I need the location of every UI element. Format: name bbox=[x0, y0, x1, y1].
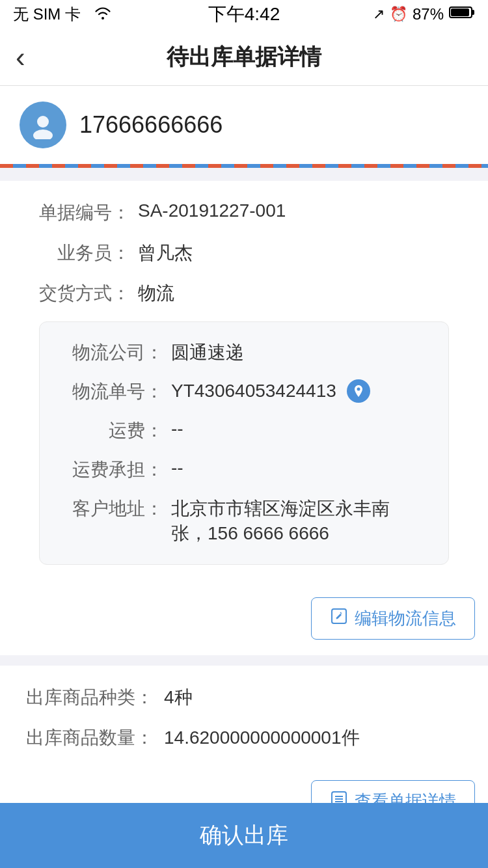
battery-icon bbox=[449, 5, 475, 23]
status-time: 下午4:42 bbox=[208, 2, 280, 27]
edit-logistics-button[interactable]: 编辑物流信息 bbox=[311, 597, 475, 640]
freight-bear-label: 运费承担： bbox=[59, 457, 163, 482]
freight-label: 运费： bbox=[59, 418, 163, 443]
svg-point-5 bbox=[357, 388, 360, 391]
confirm-bar[interactable]: 确认出库 bbox=[0, 803, 488, 868]
carrier-wifi: 无 SIM 卡 bbox=[13, 4, 112, 25]
goods-types-value: 4种 bbox=[164, 685, 193, 710]
delivery-row: 交货方式： 物流 bbox=[26, 281, 462, 306]
svg-point-4 bbox=[33, 129, 53, 139]
edit-logistics-section: 编辑物流信息 bbox=[0, 584, 488, 655]
wifi-icon bbox=[94, 5, 112, 23]
freight-bear-value: -- bbox=[171, 457, 429, 478]
location-icon: ↗ bbox=[373, 6, 385, 23]
goods-types-row: 出库商品种类： 4种 bbox=[26, 685, 462, 710]
map-location-icon[interactable] bbox=[347, 379, 370, 403]
svg-rect-2 bbox=[451, 8, 469, 16]
goods-section: 出库商品种类： 4种 出库商品数量： 14.620000000000001件 bbox=[0, 666, 488, 770]
order-no-row: 单据编号： SA-20191227-001 bbox=[26, 200, 462, 225]
goods-quantity-value: 14.620000000000001件 bbox=[164, 726, 360, 750]
salesman-value: 曾凡杰 bbox=[138, 241, 462, 265]
salesman-row: 业务员： 曾凡杰 bbox=[26, 241, 462, 265]
alarm-icon: ⏰ bbox=[390, 6, 407, 23]
section-divider-1 bbox=[0, 655, 488, 666]
freight-row: 运费： -- bbox=[59, 418, 429, 443]
logistics-tracking-value: YT43064053424413 bbox=[171, 379, 429, 403]
delivery-value: 物流 bbox=[138, 281, 462, 306]
battery-text: 87% bbox=[413, 5, 444, 23]
carrier-text: 无 SIM 卡 bbox=[13, 5, 81, 23]
delivery-label: 交货方式： bbox=[26, 281, 130, 306]
salesman-label: 业务员： bbox=[26, 241, 130, 265]
edit-logistics-label: 编辑物流信息 bbox=[355, 607, 456, 630]
edit-icon bbox=[330, 607, 348, 630]
svg-point-3 bbox=[37, 116, 49, 128]
svg-rect-1 bbox=[472, 10, 474, 15]
goods-quantity-label: 出库商品数量： bbox=[26, 726, 156, 750]
contact-section: 17666666666 bbox=[0, 86, 488, 164]
contact-phone: 17666666666 bbox=[79, 111, 223, 139]
confirm-button-label: 确认出库 bbox=[200, 821, 288, 850]
order-no-label: 单据编号： bbox=[26, 200, 130, 225]
dashed-divider bbox=[0, 164, 488, 168]
goods-quantity-row: 出库商品数量： 14.620000000000001件 bbox=[26, 726, 462, 750]
logistics-card: 物流公司： 圆通速递 物流单号： YT43064053424413 运费： bbox=[39, 321, 449, 565]
order-info-section: 单据编号： SA-20191227-001 业务员： 曾凡杰 交货方式： 物流 … bbox=[0, 181, 488, 584]
status-bar: 无 SIM 卡 下午4:42 ↗ ⏰ 87% bbox=[0, 0, 488, 29]
order-no-value: SA-20191227-001 bbox=[138, 200, 462, 221]
freight-value: -- bbox=[171, 418, 429, 439]
address-row: 客户地址： 北京市市辖区海淀区永丰南 张，156 6666 6666 bbox=[59, 496, 429, 546]
freight-bear-row: 运费承担： -- bbox=[59, 457, 429, 482]
logistics-company-value: 圆通速递 bbox=[171, 340, 429, 365]
status-right: ↗ ⏰ 87% bbox=[373, 5, 475, 23]
page-title: 待出库单据详情 bbox=[167, 42, 321, 72]
address-label: 客户地址： bbox=[59, 496, 163, 521]
back-icon: ‹ bbox=[16, 41, 25, 73]
logistics-company-row: 物流公司： 圆通速递 bbox=[59, 340, 429, 365]
address-value: 北京市市辖区海淀区永丰南 张，156 6666 6666 bbox=[171, 496, 429, 546]
back-button[interactable]: ‹ bbox=[16, 41, 25, 74]
logistics-company-label: 物流公司： bbox=[59, 340, 163, 365]
goods-types-label: 出库商品种类： bbox=[26, 685, 156, 710]
tracking-no-text: YT43064053424413 bbox=[171, 381, 336, 401]
avatar bbox=[20, 102, 66, 148]
logistics-tracking-row: 物流单号： YT43064053424413 bbox=[59, 379, 429, 404]
logistics-tracking-label: 物流单号： bbox=[59, 379, 163, 404]
nav-bar: ‹ 待出库单据详情 bbox=[0, 29, 488, 86]
